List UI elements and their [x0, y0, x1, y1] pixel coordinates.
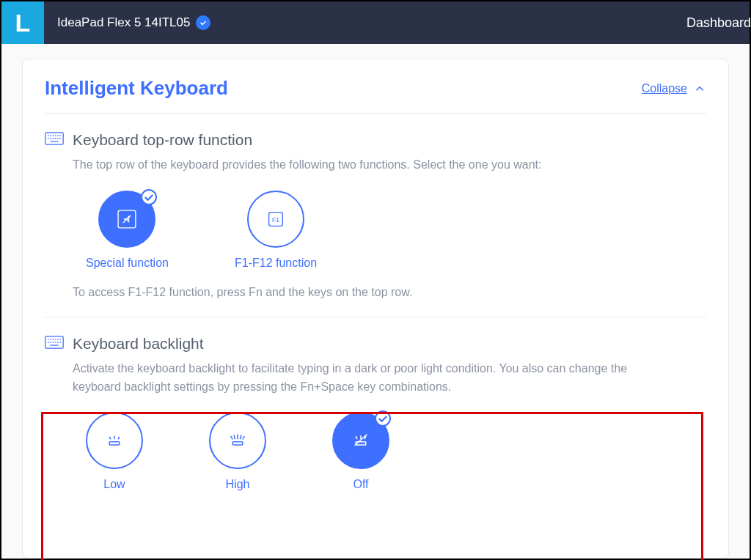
top-row-desc: The top row of the keyboard provides the… [73, 156, 674, 174]
svg-line-37 [231, 436, 233, 439]
check-icon [375, 410, 391, 427]
option-high-label: High [226, 478, 250, 491]
svg-line-35 [118, 437, 120, 439]
f1-key-icon: F1 [263, 207, 288, 232]
option-f1f12-label: F1-F12 function [235, 257, 317, 270]
collapse-toggle[interactable]: Collapse [642, 82, 706, 95]
keyboard-icon [45, 335, 64, 353]
verified-badge-icon [196, 15, 210, 30]
check-icon [141, 189, 157, 205]
svg-rect-36 [232, 442, 243, 445]
mute-key-icon [114, 207, 139, 232]
svg-text:F1: F1 [272, 216, 279, 224]
option-special-function[interactable]: Special function [86, 191, 169, 270]
svg-line-41 [243, 436, 245, 439]
off-circle [332, 412, 389, 469]
svg-line-40 [240, 435, 241, 440]
keyboard-icon [45, 131, 64, 149]
option-off-label: Off [353, 478, 368, 491]
option-backlight-off[interactable]: Off [332, 412, 389, 491]
f1-f12-circle: F1 [247, 191, 304, 248]
svg-line-38 [234, 435, 235, 440]
device-name: IdeaPad Flex 5 14ITL05 [57, 15, 190, 30]
collapse-label: Collapse [642, 82, 687, 95]
backlight-high-icon [225, 428, 250, 453]
option-special-label: Special function [86, 257, 169, 270]
svg-line-33 [109, 437, 111, 439]
app-logo[interactable]: L [1, 1, 44, 44]
special-function-circle [98, 191, 155, 248]
backlight-section: Keyboard backlight Activate the keyboard… [45, 317, 706, 492]
svg-rect-32 [109, 442, 120, 445]
option-low-label: Low [103, 478, 125, 491]
intelligent-keyboard-card: Intelligent Keyboard Collapse [22, 59, 729, 559]
backlight-title: Keyboard backlight [73, 335, 204, 353]
nav-dashboard[interactable]: Dashboard [685, 15, 750, 31]
high-circle [209, 412, 266, 469]
top-row-hint: To access F1-F12 function, press Fn and … [73, 286, 706, 299]
top-row-section: Keyboard top-row function The top row of… [45, 114, 706, 299]
backlight-low-icon [102, 428, 127, 453]
chevron-up-icon [693, 82, 706, 95]
backlight-desc: Activate the keyboard backlight to facil… [73, 360, 674, 397]
top-bar: L IdeaPad Flex 5 14ITL05 Dashboard [1, 1, 750, 44]
svg-line-43 [356, 436, 357, 439]
device-name-block: IdeaPad Flex 5 14ITL05 [57, 15, 210, 30]
backlight-off-icon [348, 428, 373, 453]
option-backlight-high[interactable]: High [209, 412, 266, 491]
low-circle [86, 412, 143, 469]
option-backlight-low[interactable]: Low [86, 412, 143, 491]
card-title: Intelligent Keyboard [45, 77, 228, 100]
option-f1-f12-function[interactable]: F1 F1-F12 function [235, 191, 317, 270]
top-row-title: Keyboard top-row function [73, 131, 252, 149]
